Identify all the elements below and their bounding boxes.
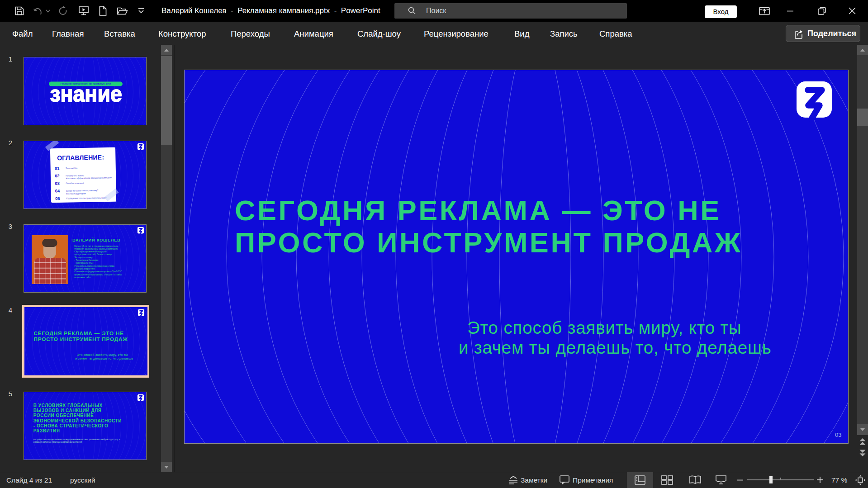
svg-text:знание: знание xyxy=(50,88,122,104)
